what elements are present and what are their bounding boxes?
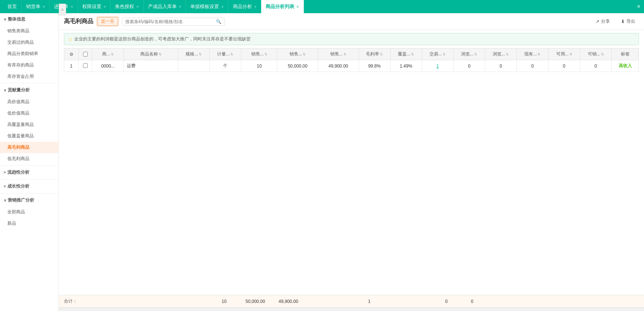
- group-expand-icon: >: [4, 184, 6, 188]
- footer-sales-amount: 50,000.00: [239, 299, 272, 304]
- table-header-row: ⚙ 商...⇅ 商品名称⇅ 规格...⇅: [64, 48, 639, 60]
- filter-recent-month-button[interactable]: 近一月: [97, 17, 118, 26]
- nav-template-settings[interactable]: 单据模板设置 ×: [186, 0, 228, 13]
- sidebar: ∨ 整体信息 销售类商品 交易过的商品 商品分类助销率 有库存的商品 库存资金占…: [0, 13, 59, 311]
- col-sales-amount-header[interactable]: 销售...⇅: [277, 48, 318, 60]
- nav-sales-order[interactable]: 销货单 ×: [22, 0, 50, 13]
- col-sales-qty-header[interactable]: 销售...⇅: [241, 48, 277, 60]
- search-box: 🔍: [122, 18, 225, 26]
- footer-totals: 10 50,000.00 49,900.00 1 0 0: [99, 299, 639, 304]
- col-gross-margin-header[interactable]: 毛利率⇅: [359, 48, 390, 60]
- sort-icon: ⇅: [443, 53, 446, 56]
- sidebar-divider-3: [0, 179, 58, 180]
- sidebar-item-category-sales-rate[interactable]: 商品分类助销率: [0, 48, 58, 59]
- nav-close-icon[interactable]: ×: [179, 4, 181, 9]
- select-all-checkbox[interactable]: [83, 52, 88, 57]
- col-settings[interactable]: ⚙: [64, 48, 79, 60]
- nav-close-icon[interactable]: ×: [254, 4, 256, 9]
- row-index: 1: [64, 60, 79, 72]
- share-icon: ↗: [596, 19, 600, 24]
- nav-role-auth[interactable]: 角色授权 ×: [111, 0, 143, 13]
- sidebar-item-low-coverage[interactable]: 低覆盖量商品: [0, 130, 58, 142]
- nav-permission-settings[interactable]: 权限设置 ×: [78, 0, 111, 13]
- col-available-header[interactable]: 可用...⇅: [548, 48, 580, 60]
- footer-bar: 合计： 10 50,000.00 49,900.00 1 0 0: [59, 295, 644, 307]
- nav-close-icon[interactable]: ×: [296, 4, 299, 9]
- content-header: 高毛利商品 近一月 🔍 ↗ 分享 ⬇ 导出: [59, 13, 644, 30]
- col-tag-header[interactable]: 标签: [612, 48, 639, 60]
- sidebar-item-new-products[interactable]: 新品: [0, 218, 58, 229]
- nav-product-analysis-list[interactable]: 商品分析列表 ×: [261, 0, 303, 13]
- sidebar-item-high-value[interactable]: 高价值商品: [0, 96, 58, 108]
- row-sales-cost: 49,900.00: [318, 60, 359, 72]
- footer-current: 0: [433, 299, 459, 304]
- horizontal-scrollbar[interactable]: [59, 307, 644, 311]
- page-title: 高毛利商品: [64, 18, 93, 25]
- row-available: 0: [548, 60, 580, 72]
- sidebar-collapse-button[interactable]: «: [59, 4, 66, 15]
- sidebar-item-all-products[interactable]: 全部商品: [0, 206, 58, 218]
- row-code: 0000...: [92, 60, 124, 72]
- sort-icon: ⇅: [537, 53, 540, 56]
- top-navigation: 首页 销货单 × 进货单 × 权限设置 × 角色授权 × 产成品入库单 × 单据…: [0, 0, 644, 13]
- content-area: 高毛利商品 近一月 🔍 ↗ 分享 ⬇ 导出 ◇ 企业的主要的利润都是这部分商品创…: [59, 13, 644, 311]
- col-trade-header[interactable]: 交易...⇅: [422, 48, 453, 60]
- sort-icon: ⇅: [380, 53, 383, 56]
- col-code-header[interactable]: 商...⇅: [92, 48, 124, 60]
- col-sellable-header[interactable]: 可销...⇅: [580, 48, 612, 60]
- sidebar-divider-2: [0, 165, 58, 166]
- col-sales-cost-header[interactable]: 销售...⇅: [318, 48, 359, 60]
- sort-icon: ⇅: [343, 53, 346, 56]
- col-unit-header[interactable]: 计量...⇅: [209, 48, 241, 60]
- sidebar-group-growth[interactable]: > 成长性分析: [0, 180, 58, 192]
- row-browse1: 0: [453, 60, 485, 72]
- sidebar-item-sales-products[interactable]: 销售类商品: [0, 25, 58, 37]
- group-expand-icon: ∨: [4, 88, 6, 92]
- group-expand-icon: ∨: [4, 198, 6, 202]
- settings-icon[interactable]: ⚙: [69, 52, 73, 57]
- col-spec-header[interactable]: 规格...⇅: [178, 48, 209, 60]
- nav-close-icon[interactable]: ×: [43, 4, 45, 9]
- row-current: 0: [517, 60, 548, 72]
- group-expand-icon: ∨: [4, 17, 6, 21]
- sidebar-item-low-margin[interactable]: 低毛利商品: [0, 153, 58, 164]
- search-icon[interactable]: 🔍: [216, 19, 222, 24]
- sidebar-item-in-stock-products[interactable]: 有库存的商品: [0, 59, 58, 71]
- col-browse2-header[interactable]: 浏览...⇅: [485, 48, 517, 60]
- col-browse1-header[interactable]: 浏览...⇅: [453, 48, 485, 60]
- sidebar-divider: [0, 83, 58, 83]
- sidebar-group-overall[interactable]: ∨ 整体信息: [0, 13, 58, 25]
- sidebar-group-contribution[interactable]: ∨ 贡献量分析: [0, 84, 58, 96]
- export-button[interactable]: ⬇ 导出: [617, 17, 639, 26]
- sidebar-group-marketing[interactable]: ∨ 营销推广分析: [0, 194, 58, 206]
- total-label: 合计：: [64, 298, 77, 304]
- row-gross-margin: 99.8%: [359, 60, 390, 72]
- sidebar-item-high-margin[interactable]: 高毛利商品: [0, 142, 58, 153]
- nav-close-icon[interactable]: ×: [221, 4, 223, 9]
- nav-home[interactable]: 首页: [3, 0, 22, 13]
- col-checkbox: [79, 48, 92, 60]
- col-current-header[interactable]: 现有...⇅: [517, 48, 548, 60]
- nav-close-icon[interactable]: ×: [104, 4, 106, 9]
- nav-close-icon[interactable]: ×: [71, 4, 73, 9]
- row-trade[interactable]: 1: [422, 60, 453, 72]
- window-close-button[interactable]: ×: [637, 3, 640, 10]
- row-browse2: 0: [485, 60, 517, 72]
- table-wrapper: ⚙ 商...⇅ 商品名称⇅ 规格...⇅: [59, 48, 644, 295]
- col-coverage-header[interactable]: 覆盖...⇅: [390, 48, 422, 60]
- sidebar-item-high-coverage[interactable]: 高覆盖量商品: [0, 119, 58, 130]
- share-button[interactable]: ↗ 分享: [592, 17, 614, 26]
- col-name-header[interactable]: 商品名称⇅: [124, 48, 178, 60]
- row-checkbox[interactable]: [79, 60, 92, 72]
- sort-icon: ⇅: [199, 53, 202, 56]
- sidebar-item-inventory-capital[interactable]: 库存资金占用: [0, 71, 58, 82]
- nav-product-inbound[interactable]: 产成品入库单 ×: [144, 0, 186, 13]
- nav-close-icon[interactable]: ×: [136, 4, 138, 9]
- sidebar-group-trend[interactable]: > 流趋性分析: [0, 166, 58, 178]
- search-input[interactable]: [125, 19, 216, 24]
- row-spec: [178, 60, 209, 72]
- sidebar-item-low-value[interactable]: 低价值商品: [0, 108, 58, 119]
- sidebar-item-traded-products[interactable]: 交易过的商品: [0, 37, 58, 48]
- info-icon: ◇: [69, 37, 72, 42]
- nav-product-analysis[interactable]: 商品分析 ×: [229, 0, 261, 13]
